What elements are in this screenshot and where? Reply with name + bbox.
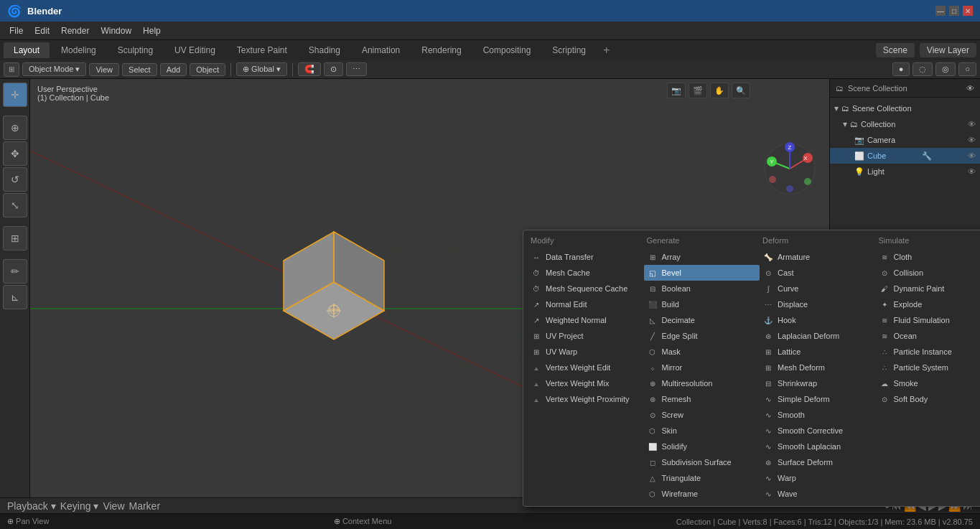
sim-ocean[interactable]: ≋Ocean bbox=[876, 328, 981, 344]
mod-uv-warp[interactable]: ⊞UV Warp bbox=[528, 344, 644, 360]
sim-collision[interactable]: ⊙Collision bbox=[876, 265, 981, 281]
marker-menu[interactable]: Marker bbox=[129, 500, 161, 512]
def-armature[interactable]: 🦴Armature bbox=[760, 249, 876, 265]
sim-soft-body[interactable]: ⊙Soft Body bbox=[876, 391, 981, 407]
gen-multiresolution[interactable]: ⊕Multiresolution bbox=[644, 375, 760, 391]
tab-layout[interactable]: Layout bbox=[4, 42, 50, 58]
tab-uv-editing[interactable]: UV Editing bbox=[164, 42, 225, 58]
move-tool[interactable]: ✥ bbox=[3, 141, 27, 166]
transform-tool[interactable]: ⊞ bbox=[3, 226, 27, 251]
rotate-tool[interactable]: ↺ bbox=[3, 167, 27, 192]
sim-particle-instance[interactable]: ∴Particle Instance bbox=[876, 344, 981, 360]
add-menu[interactable]: Add bbox=[160, 63, 187, 76]
sim-explode[interactable]: ✦Explode bbox=[876, 296, 981, 312]
gen-solidify[interactable]: ⬜Solidify bbox=[644, 439, 760, 454]
cursor-tool[interactable]: ⊕ bbox=[3, 116, 27, 140]
scale-tool[interactable]: ⤡ bbox=[3, 193, 27, 217]
shading-solid[interactable]: ● bbox=[892, 62, 910, 76]
gen-mask[interactable]: ⬡Mask bbox=[644, 344, 760, 360]
def-curve[interactable]: ∫Curve bbox=[760, 281, 876, 296]
measure-tool[interactable]: ⊾ bbox=[3, 285, 27, 309]
navigation-gizmo[interactable]: X Y Z bbox=[761, 140, 818, 197]
select-tool[interactable]: ✛ bbox=[3, 83, 27, 107]
sim-cloth[interactable]: ≋Cloth bbox=[876, 249, 981, 265]
editor-type-icon[interactable]: ⊞ bbox=[4, 62, 19, 77]
menu-edit[interactable]: Edit bbox=[29, 24, 55, 37]
proportional-edit[interactable]: ⊙ bbox=[324, 62, 343, 76]
mod-vertex-weight-proximity[interactable]: ⟁Vertex Weight Proximity bbox=[528, 391, 644, 407]
select-menu[interactable]: Select bbox=[122, 63, 157, 76]
def-lattice[interactable]: ⊞Lattice bbox=[760, 344, 876, 360]
def-simple-deform[interactable]: ∿Simple Deform bbox=[760, 391, 876, 407]
gen-mirror[interactable]: ⬦Mirror bbox=[644, 360, 760, 375]
cube-vis-icon[interactable]: 👁 bbox=[968, 151, 976, 160]
tab-animation[interactable]: Animation bbox=[352, 42, 410, 58]
view-menu-timeline[interactable]: View bbox=[103, 500, 124, 512]
outliner-light[interactable]: 💡 Light 👁 bbox=[830, 164, 980, 179]
mod-mesh-sequence-cache[interactable]: ⏱Mesh Sequence Cache bbox=[528, 281, 644, 296]
def-warp[interactable]: ∿Warp bbox=[760, 470, 876, 486]
def-hook[interactable]: ⚓Hook bbox=[760, 312, 876, 328]
tab-sculpting[interactable]: Sculpting bbox=[108, 42, 163, 58]
outliner-scene-collection[interactable]: ▾ 🗂 Scene Collection bbox=[830, 100, 980, 116]
object-menu[interactable]: Object bbox=[190, 63, 225, 76]
outliner-camera[interactable]: 📷 Camera 👁 bbox=[830, 132, 980, 148]
gen-bevel[interactable]: ◱Bevel bbox=[644, 265, 760, 281]
def-shrinkwrap[interactable]: ⊟Shrinkwrap bbox=[760, 375, 876, 391]
shading-rendered[interactable]: ◎ bbox=[935, 62, 956, 76]
tab-rendering[interactable]: Rendering bbox=[411, 42, 471, 58]
playback-menu[interactable]: Playback ▾ bbox=[7, 500, 56, 512]
mod-weighted-normal[interactable]: ↗Weighted Normal bbox=[528, 312, 644, 328]
gen-skin[interactable]: ⬡Skin bbox=[644, 423, 760, 439]
gen-subdivision-surface[interactable]: ◻Subdivision Surface bbox=[644, 454, 760, 470]
collection-vis-icon[interactable]: 👁 bbox=[968, 120, 976, 128]
tab-shading[interactable]: Shading bbox=[299, 42, 350, 58]
maximize-button[interactable]: □ bbox=[949, 6, 959, 16]
tab-compositing[interactable]: Compositing bbox=[473, 42, 541, 58]
tab-modeling[interactable]: Modeling bbox=[51, 42, 106, 58]
def-wave[interactable]: ∿Wave bbox=[760, 486, 876, 502]
camera-view-btn[interactable]: 📷 bbox=[667, 83, 686, 98]
mod-vertex-weight-mix[interactable]: ⟁Vertex Weight Mix bbox=[528, 375, 644, 391]
object-mode-dropdown[interactable]: Object Mode ▾ bbox=[22, 62, 86, 76]
def-mesh-deform[interactable]: ⊞Mesh Deform bbox=[760, 360, 876, 375]
menu-help[interactable]: Help bbox=[137, 24, 167, 37]
snap-magnet[interactable]: 🧲 bbox=[298, 62, 321, 76]
grab-btn[interactable]: ✋ bbox=[710, 83, 729, 98]
tab-texture-paint[interactable]: Texture Paint bbox=[227, 42, 297, 58]
gen-triangulate[interactable]: △Triangulate bbox=[644, 470, 760, 486]
menu-window[interactable]: Window bbox=[95, 24, 137, 37]
tab-scripting[interactable]: Scripting bbox=[542, 42, 596, 58]
def-laplacian-deform[interactable]: ⊛Laplacian Deform bbox=[760, 328, 876, 344]
render-view-btn[interactable]: 🎬 bbox=[689, 83, 707, 98]
search-btn[interactable]: 🔍 bbox=[732, 83, 750, 98]
sim-smoke[interactable]: ☁Smoke bbox=[876, 375, 981, 391]
def-surface-deform[interactable]: ⊛Surface Deform bbox=[760, 454, 876, 470]
camera-vis-icon[interactable]: 👁 bbox=[968, 136, 976, 144]
outliner-eye-icon[interactable]: 👁 bbox=[966, 84, 974, 93]
def-smooth-corrective[interactable]: ∿Smooth Corrective bbox=[760, 423, 876, 439]
toolbar-extras[interactable]: ⋯ bbox=[346, 62, 367, 76]
sim-dynamic-paint[interactable]: 🖌Dynamic Paint bbox=[876, 281, 981, 296]
outliner-cube[interactable]: ⬜ Cube 🔧 👁 bbox=[830, 148, 980, 164]
outliner-collection[interactable]: ▾ 🗂 Collection 👁 bbox=[830, 116, 980, 132]
global-dropdown[interactable]: ⊕ Global ▾ bbox=[236, 62, 287, 76]
gen-boolean[interactable]: ⊟Boolean bbox=[644, 281, 760, 296]
def-smooth[interactable]: ∿Smooth bbox=[760, 407, 876, 423]
sim-particle-system[interactable]: ∴Particle System bbox=[876, 360, 981, 375]
menu-render[interactable]: Render bbox=[55, 24, 95, 37]
shading-eevee[interactable]: ○ bbox=[958, 62, 976, 76]
mod-normal-edit[interactable]: ↗Normal Edit bbox=[528, 296, 644, 312]
gen-remesh[interactable]: ⊛Remesh bbox=[644, 391, 760, 407]
def-cast[interactable]: ⊙Cast bbox=[760, 265, 876, 281]
gen-decimate[interactable]: ◺Decimate bbox=[644, 312, 760, 328]
sim-fluid-simulation[interactable]: ≋Fluid Simulation bbox=[876, 312, 981, 328]
def-smooth-laplacian[interactable]: ∿Smooth Laplacian bbox=[760, 439, 876, 454]
gen-screw[interactable]: ⊙Screw bbox=[644, 407, 760, 423]
gen-build[interactable]: ⬛Build bbox=[644, 296, 760, 312]
mod-vertex-weight-edit[interactable]: ⟁Vertex Weight Edit bbox=[528, 360, 644, 375]
menu-file[interactable]: File bbox=[4, 24, 29, 37]
gen-edge-split[interactable]: ╱Edge Split bbox=[644, 328, 760, 344]
keying-menu[interactable]: Keying ▾ bbox=[60, 500, 99, 512]
mod-data-transfer[interactable]: ↔Data Transfer bbox=[528, 249, 644, 265]
